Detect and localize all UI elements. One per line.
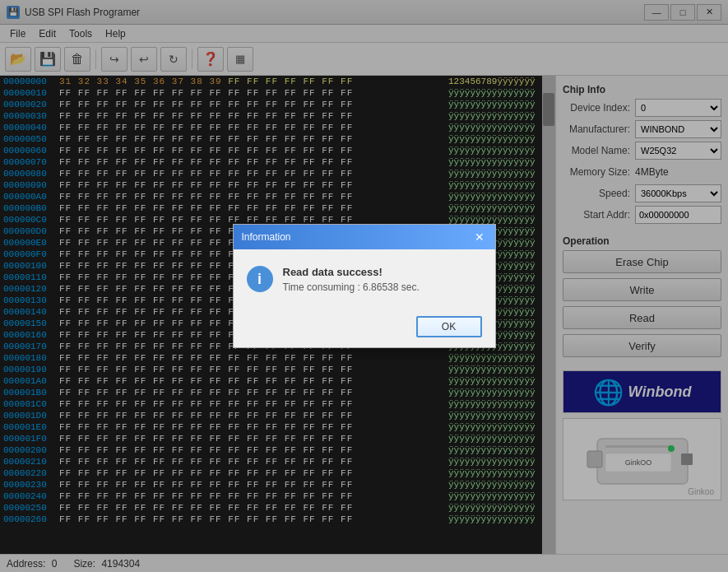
- ok-button[interactable]: OK: [416, 316, 482, 337]
- dialog-body: i Read data success! Time consuming : 6.…: [234, 249, 495, 309]
- dialog-close-button[interactable]: ✕: [472, 230, 487, 244]
- dialog-info-icon: i: [247, 266, 273, 292]
- dialog-title-bar: Information ✕: [234, 225, 495, 249]
- dialog-footer: OK: [234, 309, 495, 347]
- dialog-text-area: Read data success! Time consuming : 6.86…: [283, 266, 482, 293]
- dialog-detail: Time consuming : 6.86538 sec.: [283, 281, 482, 293]
- dialog-message: Read data success!: [283, 266, 482, 278]
- information-dialog: Information ✕ i Read data success! Time …: [233, 224, 496, 348]
- dialog-overlay: Information ✕ i Read data success! Time …: [0, 0, 728, 572]
- dialog-title: Information: [242, 231, 291, 243]
